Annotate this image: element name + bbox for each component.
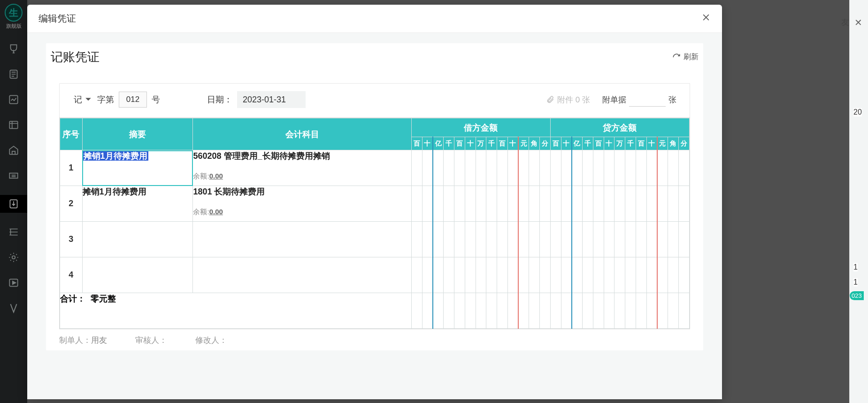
amount-cell[interactable] bbox=[518, 150, 529, 186]
amount-cell[interactable] bbox=[604, 150, 615, 186]
amount-cell[interactable] bbox=[657, 150, 668, 186]
amount-cell[interactable] bbox=[518, 186, 529, 222]
amount-cell[interactable] bbox=[422, 186, 433, 222]
amount-cell[interactable] bbox=[507, 186, 518, 222]
amount-cell[interactable] bbox=[561, 222, 572, 257]
amount-cell[interactable] bbox=[454, 186, 465, 222]
amount-cell[interactable] bbox=[518, 257, 529, 293]
date-input[interactable] bbox=[237, 91, 306, 108]
amount-cell[interactable] bbox=[507, 150, 518, 186]
amount-cell[interactable] bbox=[529, 186, 540, 222]
amount-cell[interactable] bbox=[412, 150, 422, 186]
amount-cell[interactable] bbox=[507, 257, 518, 293]
amount-cell[interactable] bbox=[444, 257, 454, 293]
amount-cell[interactable] bbox=[615, 186, 625, 222]
amount-cell[interactable] bbox=[422, 257, 433, 293]
amount-cell[interactable] bbox=[444, 186, 454, 222]
amount-cell[interactable] bbox=[625, 257, 636, 293]
amount-cell[interactable] bbox=[625, 150, 636, 186]
amount-cell[interactable] bbox=[561, 186, 572, 222]
amount-cell[interactable] bbox=[465, 150, 476, 186]
amount-cell[interactable] bbox=[657, 222, 668, 257]
amount-cell[interactable] bbox=[433, 257, 444, 293]
amount-cell[interactable] bbox=[454, 257, 465, 293]
amount-cell[interactable] bbox=[476, 222, 486, 257]
amount-cell[interactable] bbox=[497, 222, 508, 257]
amount-cell[interactable] bbox=[433, 186, 444, 222]
amount-cell[interactable] bbox=[540, 186, 551, 222]
amount-cell[interactable] bbox=[454, 150, 465, 186]
amount-cell[interactable] bbox=[529, 222, 540, 257]
amount-cell[interactable] bbox=[465, 257, 476, 293]
account-cell[interactable]: 1801 长期待摊费用余额:0.00 bbox=[193, 186, 412, 222]
amount-cell[interactable] bbox=[540, 150, 551, 186]
amount-cell[interactable] bbox=[646, 150, 657, 186]
amount-cell[interactable] bbox=[583, 186, 593, 222]
amount-cell[interactable] bbox=[615, 222, 625, 257]
account-cell[interactable]: 560208 管理费用_长期待摊费用摊销余额:0.00 bbox=[193, 150, 412, 186]
amount-cell[interactable] bbox=[518, 222, 529, 257]
amount-cell[interactable] bbox=[507, 222, 518, 257]
amount-cell[interactable] bbox=[561, 257, 572, 293]
amount-cell[interactable] bbox=[625, 186, 636, 222]
amount-cell[interactable] bbox=[540, 222, 551, 257]
amount-cell[interactable] bbox=[636, 257, 646, 293]
amount-cell[interactable] bbox=[412, 222, 422, 257]
amount-cell[interactable] bbox=[678, 222, 689, 257]
amount-cell[interactable] bbox=[444, 222, 454, 257]
amount-cell[interactable] bbox=[615, 257, 625, 293]
amount-cell[interactable] bbox=[657, 186, 668, 222]
abstract-cell[interactable] bbox=[82, 222, 193, 257]
amount-cell[interactable] bbox=[583, 257, 593, 293]
amount-cell[interactable] bbox=[604, 257, 615, 293]
amount-cell[interactable] bbox=[678, 186, 689, 222]
abstract-cell[interactable] bbox=[82, 257, 193, 293]
amount-cell[interactable] bbox=[668, 150, 679, 186]
attachment-link[interactable]: 附件 0 张 bbox=[546, 94, 590, 105]
abstract-cell[interactable]: 摊销1月待摊费用 bbox=[82, 186, 193, 222]
amount-cell[interactable] bbox=[433, 150, 444, 186]
amount-cell[interactable] bbox=[646, 186, 657, 222]
amount-cell[interactable] bbox=[583, 150, 593, 186]
amount-cell[interactable] bbox=[593, 150, 604, 186]
amount-cell[interactable] bbox=[497, 257, 508, 293]
refresh-button[interactable]: 刷新 bbox=[672, 52, 699, 62]
amount-cell[interactable] bbox=[583, 222, 593, 257]
amount-cell[interactable] bbox=[625, 222, 636, 257]
amount-cell[interactable] bbox=[668, 257, 679, 293]
amount-cell[interactable] bbox=[454, 222, 465, 257]
extra-input[interactable] bbox=[629, 93, 666, 107]
voucher-type-select[interactable]: 记 bbox=[73, 92, 92, 107]
amount-cell[interactable] bbox=[540, 257, 551, 293]
amount-cell[interactable] bbox=[550, 150, 561, 186]
amount-cell[interactable] bbox=[486, 222, 497, 257]
amount-cell[interactable] bbox=[657, 257, 668, 293]
amount-cell[interactable] bbox=[678, 150, 689, 186]
amount-cell[interactable] bbox=[444, 150, 454, 186]
seq-input[interactable] bbox=[119, 92, 147, 108]
amount-cell[interactable] bbox=[497, 186, 508, 222]
amount-cell[interactable] bbox=[476, 150, 486, 186]
amount-cell[interactable] bbox=[678, 257, 689, 293]
amount-cell[interactable] bbox=[636, 186, 646, 222]
amount-cell[interactable] bbox=[529, 150, 540, 186]
bg-close-icon[interactable]: ✕ bbox=[854, 17, 862, 28]
amount-cell[interactable] bbox=[561, 150, 572, 186]
account-cell[interactable] bbox=[193, 222, 412, 257]
account-cell[interactable] bbox=[193, 257, 412, 293]
amount-cell[interactable] bbox=[497, 150, 508, 186]
amount-cell[interactable] bbox=[422, 150, 433, 186]
amount-cell[interactable] bbox=[412, 257, 422, 293]
amount-cell[interactable] bbox=[476, 257, 486, 293]
amount-cell[interactable] bbox=[593, 186, 604, 222]
amount-cell[interactable] bbox=[422, 222, 433, 257]
amount-cell[interactable] bbox=[615, 150, 625, 186]
amount-cell[interactable] bbox=[572, 186, 583, 222]
amount-cell[interactable] bbox=[668, 186, 679, 222]
amount-cell[interactable] bbox=[636, 222, 646, 257]
amount-cell[interactable] bbox=[412, 186, 422, 222]
amount-cell[interactable] bbox=[476, 186, 486, 222]
amount-cell[interactable] bbox=[668, 222, 679, 257]
amount-cell[interactable] bbox=[465, 222, 476, 257]
amount-cell[interactable] bbox=[593, 222, 604, 257]
